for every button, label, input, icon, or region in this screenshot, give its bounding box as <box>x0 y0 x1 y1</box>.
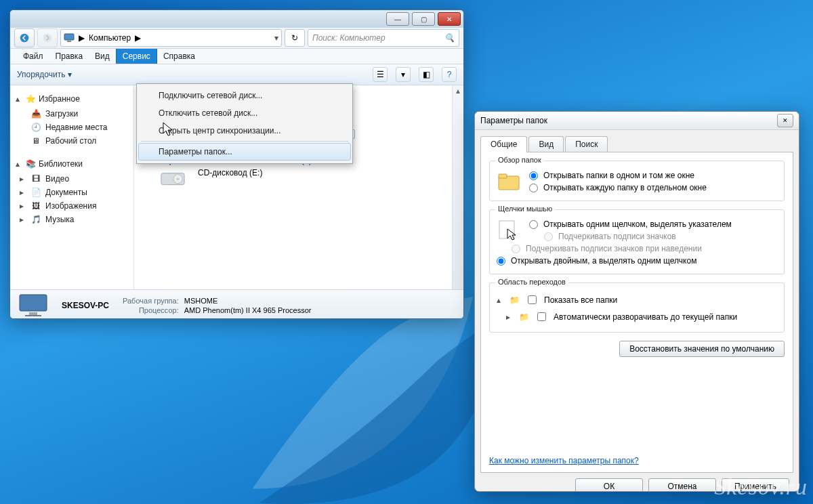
cursor-icon <box>163 122 173 139</box>
computer-icon <box>64 33 75 43</box>
organize-button[interactable]: Упорядочить ▾ <box>17 70 72 79</box>
download-icon: 📥 <box>30 108 41 119</box>
tab-general[interactable]: Общие <box>480 136 527 152</box>
addr-dropdown-icon[interactable]: ▾ <box>274 33 278 43</box>
doc-icon: 📄 <box>30 187 41 198</box>
breadcrumb-sep2: ▶ <box>135 33 141 43</box>
workgroup-value: MSHOME <box>184 297 312 305</box>
video-icon: 🎞 <box>30 173 41 184</box>
group-navpane: Область переходов ▴📁Показать все папки ▸… <box>489 282 785 333</box>
search-box[interactable]: Поиск: Компьютер 🔍 <box>308 29 459 47</box>
sidebar-pictures[interactable]: ▸🖼Изображения <box>16 199 131 213</box>
group-browse-label: Обзор папок <box>495 156 544 164</box>
sidebar-video[interactable]: ▸🎞Видео <box>16 172 131 186</box>
workgroup-label: Рабочая группа: <box>123 297 179 305</box>
cancel-button[interactable]: Отмена <box>648 478 716 492</box>
group-click-label: Щелчки мышью <box>495 205 555 213</box>
sidebar-music[interactable]: ▸🎵Музыка <box>16 213 131 226</box>
restore-defaults-button[interactable]: Восстановить значения по умолчанию <box>619 341 785 357</box>
menu-folder-options[interactable]: Параметры папок... <box>138 143 351 161</box>
breadcrumb-current[interactable]: Компьютер <box>89 33 131 43</box>
sidebar-downloads[interactable]: 📥Загрузки <box>16 107 131 121</box>
svg-point-10 <box>177 177 180 180</box>
menu-file[interactable]: Файл <box>17 49 49 64</box>
preview-pane-icon[interactable]: ◧ <box>419 67 434 82</box>
menu-service[interactable]: Сервис <box>116 49 157 64</box>
sidebar-documents[interactable]: ▸📄Документы <box>16 186 131 199</box>
svg-rect-12 <box>29 312 37 315</box>
folder-small-icon: 📁 <box>518 312 529 322</box>
folder-options-dialog: Параметры папок ✕ Общие Вид Поиск Обзор … <box>474 111 799 492</box>
scroll-up-icon[interactable]: ▴ <box>453 85 463 96</box>
folder-icon <box>497 169 521 194</box>
music-icon: 🎵 <box>30 214 41 225</box>
tab-view[interactable]: Вид <box>528 136 564 152</box>
refresh-button[interactable]: ↻ <box>285 29 305 47</box>
radio-new-window[interactable]: Открывать каждую папку в отдельном окне <box>529 182 777 194</box>
menu-disconnect-drive[interactable]: Отключить сетевой диск... <box>138 104 351 122</box>
dialog-close-button[interactable]: ✕ <box>777 114 793 127</box>
titlebar[interactable]: — ▢ ✕ <box>10 10 463 28</box>
close-button[interactable]: ✕ <box>438 12 461 26</box>
cpu-label: Процессор: <box>123 306 179 314</box>
star-icon: ⭐ <box>25 93 36 104</box>
view-mode-icon[interactable]: ☰ <box>373 67 388 82</box>
sidebar-libraries[interactable]: Библиотеки <box>39 159 83 169</box>
recent-icon: 🕘 <box>30 122 41 133</box>
radio-underline-always: Подчеркивать подписи значков <box>529 230 777 243</box>
nav-back-button[interactable] <box>14 28 35 47</box>
explorer-window: — ▢ ✕ ▶ Компьютер ▶ ▾ ↻ Поиск: Компьютер… <box>9 9 464 319</box>
sidebar-recent[interactable]: 🕘Недавние места <box>16 121 131 134</box>
maximize-button[interactable]: ▢ <box>412 12 435 26</box>
refresh-icon: ↻ <box>291 33 298 43</box>
help-link[interactable]: Как можно изменить параметры папок? <box>489 456 639 465</box>
menu-edit[interactable]: Правка <box>49 49 89 64</box>
scrollbar[interactable]: ▴ <box>452 85 463 289</box>
details-bar: SKESOV-PC Рабочая группа: MSHOME Процесс… <box>10 289 463 319</box>
cd-icon <box>160 168 186 188</box>
nav-sidebar: ▴⭐Избранное 📥Загрузки 🕘Недавние места 🖥Р… <box>10 85 134 289</box>
tab-search[interactable]: Поиск <box>565 136 608 152</box>
svg-rect-3 <box>67 41 71 42</box>
svg-point-0 <box>20 34 29 43</box>
check-show-all[interactable]: ▴📁Показать все папки <box>497 291 777 308</box>
computer-large-icon <box>18 293 48 318</box>
sidebar-desktop[interactable]: 🖥Рабочий стол <box>16 134 131 148</box>
svg-rect-15 <box>499 174 507 178</box>
dialog-title: Параметры папок <box>480 116 547 125</box>
view-dropdown-icon[interactable]: ▾ <box>396 67 411 82</box>
minimize-button[interactable]: — <box>386 12 409 26</box>
svg-rect-2 <box>64 34 74 40</box>
pictures-icon: 🖼 <box>30 201 41 211</box>
pcname: SKESOV-PC <box>62 301 109 310</box>
search-icon: 🔍 <box>444 33 455 43</box>
address-bar[interactable]: ▶ Компьютер ▶ ▾ <box>60 29 282 47</box>
group-browse: Обзор папок Открывать папки в одном и то… <box>489 161 785 201</box>
radio-same-window[interactable]: Открывать папки в одном и том же окне <box>529 169 777 182</box>
radio-underline-hover: Подчеркивать подписи значков при наведен… <box>497 243 777 255</box>
menu-map-drive[interactable]: Подключить сетевой диск... <box>138 87 351 104</box>
cpu-value: AMD Phenom(tm) II X4 965 Processor <box>184 306 312 314</box>
breadcrumb-sep: ▶ <box>79 33 85 43</box>
svg-rect-13 <box>25 315 41 316</box>
drive-cd-label: CD-дисковод (E:) <box>198 168 262 177</box>
sidebar-favorites[interactable]: Избранное <box>39 94 80 104</box>
folder-small-icon: 📁 <box>509 295 520 306</box>
check-auto-expand[interactable]: ▸📁Автоматически разворачивать до текущей… <box>497 308 777 325</box>
group-click: Щелчки мышью Открывать одним щелчком, вы… <box>489 209 785 274</box>
nav-fwd-button[interactable] <box>37 28 58 47</box>
cursor-option-icon <box>497 218 521 243</box>
radio-single-click[interactable]: Открывать одним щелчком, выделять указат… <box>529 218 777 230</box>
help-icon[interactable]: ? <box>442 67 457 82</box>
search-placeholder: Поиск: Компьютер <box>312 33 385 43</box>
ok-button[interactable]: ОК <box>575 478 643 492</box>
dialog-titlebar[interactable]: Параметры папок ✕ <box>475 112 799 130</box>
radio-double-click[interactable]: Открывать двойным, а выделять одним щелч… <box>497 255 777 267</box>
menu-view[interactable]: Вид <box>89 49 116 64</box>
libraries-icon: 📚 <box>25 159 36 169</box>
svg-rect-11 <box>20 295 47 311</box>
menu-help[interactable]: Справка <box>157 49 201 64</box>
group-navpane-label: Область переходов <box>495 278 568 286</box>
drive-cd[interactable]: CD-дисковод (E:) <box>160 168 454 188</box>
svg-point-1 <box>43 34 52 43</box>
